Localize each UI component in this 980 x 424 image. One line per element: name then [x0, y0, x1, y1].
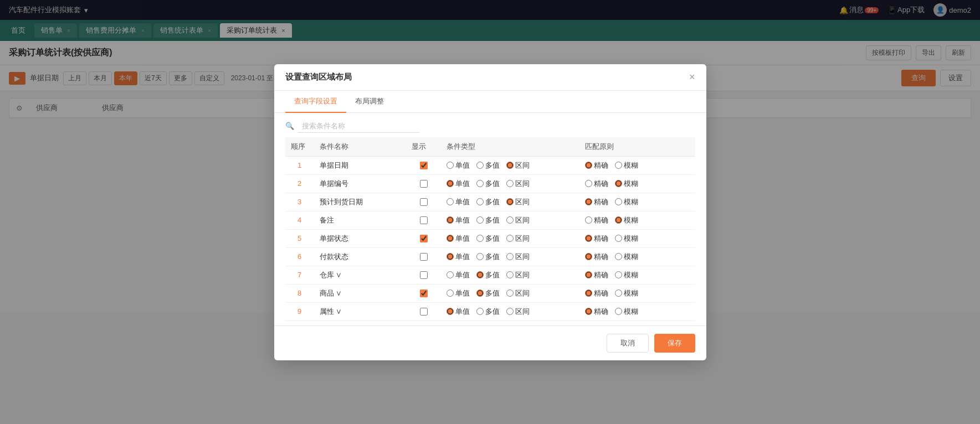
match-radio-label[interactable]: 精确	[585, 307, 608, 313]
type-radio-label[interactable]: 区间	[506, 307, 530, 313]
type-radio[interactable]	[506, 235, 514, 242]
match-radio-label[interactable]: 精确	[585, 215, 608, 225]
match-radio[interactable]	[585, 253, 592, 260]
show-checkbox[interactable]	[420, 271, 428, 279]
show-checkbox[interactable]	[420, 253, 428, 261]
match-radio-label[interactable]: 模糊	[615, 197, 638, 207]
type-radio-label[interactable]: 区间	[506, 288, 530, 298]
type-radio-label[interactable]: 多值	[476, 234, 500, 244]
type-radio[interactable]	[506, 253, 514, 260]
match-radio-label[interactable]: 精确	[585, 161, 608, 170]
type-radio[interactable]	[506, 289, 514, 297]
type-radio-label[interactable]: 多值	[476, 288, 500, 298]
type-radio-label[interactable]: 区间	[506, 270, 530, 280]
match-radio[interactable]	[615, 271, 622, 278]
type-radio-label[interactable]: 单值	[447, 288, 470, 298]
type-radio-label[interactable]: 单值	[447, 161, 470, 170]
match-radio-label[interactable]: 模糊	[615, 161, 638, 170]
type-radio[interactable]	[447, 216, 454, 224]
type-radio-label[interactable]: 单值	[447, 234, 470, 244]
type-radio-label[interactable]: 多值	[476, 252, 500, 262]
match-radio-label[interactable]: 模糊	[615, 215, 638, 225]
show-checkbox[interactable]	[420, 162, 428, 169]
type-radio-label[interactable]: 单值	[447, 307, 470, 313]
match-radio[interactable]	[585, 235, 592, 242]
match-radio[interactable]	[615, 180, 622, 187]
modal-close-button[interactable]: ×	[689, 72, 695, 82]
type-radio[interactable]	[476, 162, 484, 169]
type-radio[interactable]	[476, 216, 484, 224]
show-checkbox[interactable]	[420, 198, 428, 206]
match-radio[interactable]	[585, 271, 592, 278]
type-radio-label[interactable]: 区间	[506, 234, 530, 244]
match-radio-label[interactable]: 精确	[585, 197, 608, 207]
type-radio[interactable]	[506, 216, 514, 224]
match-radio[interactable]	[585, 289, 592, 297]
type-radio[interactable]	[447, 235, 454, 242]
match-radio-label[interactable]: 精确	[585, 179, 608, 189]
match-radio[interactable]	[615, 198, 622, 205]
type-radio[interactable]	[447, 271, 454, 278]
match-radio[interactable]	[585, 162, 592, 169]
type-radio[interactable]	[447, 253, 454, 260]
type-radio[interactable]	[447, 162, 454, 169]
match-radio[interactable]	[615, 308, 622, 313]
type-radio-label[interactable]: 区间	[506, 179, 530, 189]
match-radio-label[interactable]: 精确	[585, 288, 608, 298]
match-radio-label[interactable]: 精确	[585, 234, 608, 244]
match-radio[interactable]	[615, 289, 622, 297]
match-radio-label[interactable]: 模糊	[615, 179, 638, 189]
type-radio-label[interactable]: 多值	[476, 215, 500, 225]
match-radio[interactable]	[615, 162, 622, 169]
type-radio-label[interactable]: 区间	[506, 161, 530, 170]
show-checkbox[interactable]	[420, 235, 428, 242]
match-radio[interactable]	[615, 235, 622, 242]
type-radio-label[interactable]: 单值	[447, 179, 470, 189]
type-radio-label[interactable]: 单值	[447, 252, 470, 262]
type-radio-label[interactable]: 区间	[506, 197, 530, 207]
show-checkbox[interactable]	[420, 289, 428, 297]
type-radio[interactable]	[447, 289, 454, 297]
match-radio[interactable]	[585, 198, 592, 205]
type-radio-label[interactable]: 单值	[447, 197, 470, 207]
type-radio[interactable]	[447, 308, 454, 313]
show-checkbox[interactable]	[420, 308, 428, 313]
type-radio[interactable]	[506, 308, 514, 313]
condition-search-input[interactable]	[297, 120, 419, 133]
type-radio-label[interactable]: 单值	[447, 270, 470, 280]
type-radio-label[interactable]: 多值	[476, 179, 500, 189]
type-radio[interactable]	[476, 198, 484, 205]
type-radio-label[interactable]: 区间	[506, 252, 530, 262]
type-radio[interactable]	[506, 180, 514, 187]
match-radio-label[interactable]: 精确	[585, 270, 608, 280]
match-radio-label[interactable]: 模糊	[615, 234, 638, 244]
match-radio-label[interactable]: 模糊	[615, 270, 638, 280]
match-radio[interactable]	[585, 308, 592, 313]
match-radio-label[interactable]: 模糊	[615, 252, 638, 262]
match-radio-label[interactable]: 模糊	[615, 307, 638, 313]
type-radio-label[interactable]: 多值	[476, 270, 500, 280]
type-radio[interactable]	[447, 180, 454, 187]
match-radio-label[interactable]: 精确	[585, 252, 608, 262]
type-radio[interactable]	[476, 253, 484, 260]
type-radio-label[interactable]: 多值	[476, 307, 500, 313]
modal-tab-query-fields[interactable]: 查询字段设置	[285, 91, 346, 113]
type-radio[interactable]	[476, 289, 484, 297]
match-radio[interactable]	[615, 216, 622, 224]
type-radio[interactable]	[476, 271, 484, 278]
match-radio[interactable]	[615, 253, 622, 260]
type-radio-label[interactable]: 多值	[476, 161, 500, 170]
match-radio[interactable]	[585, 180, 592, 187]
show-checkbox[interactable]	[420, 216, 428, 224]
modal-tab-layout[interactable]: 布局调整	[346, 91, 393, 113]
type-radio[interactable]	[476, 235, 484, 242]
type-radio-label[interactable]: 多值	[476, 197, 500, 207]
type-radio[interactable]	[506, 198, 514, 205]
match-radio[interactable]	[585, 216, 592, 224]
type-radio-label[interactable]: 区间	[506, 215, 530, 225]
type-radio-label[interactable]: 单值	[447, 215, 470, 225]
type-radio[interactable]	[506, 162, 514, 169]
type-radio[interactable]	[476, 308, 484, 313]
show-checkbox[interactable]	[420, 180, 428, 188]
type-radio[interactable]	[506, 271, 514, 278]
